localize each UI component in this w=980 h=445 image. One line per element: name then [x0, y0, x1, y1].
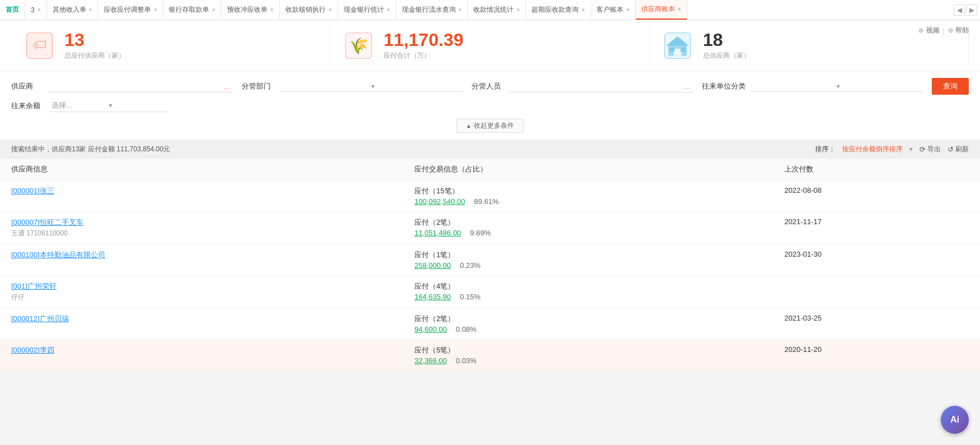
tx-info-cell: 应付（4笔）164,635.900.15% — [403, 276, 773, 308]
balance-select[interactable]: 选择... ▾ — [49, 99, 168, 112]
svg-rect-9 — [681, 48, 686, 52]
last-payment-cell: 2021-03-25 — [773, 308, 980, 340]
tx-amount[interactable]: 164,635.90 — [414, 293, 451, 301]
supplier-dots[interactable]: ... — [224, 82, 230, 91]
close-tab-3[interactable]: × — [38, 7, 41, 13]
close-tab-prepaid-ar[interactable]: × — [270, 7, 274, 13]
tx-label: 应付（1笔） — [414, 250, 762, 260]
filter-supplier: 供应商 ... — [11, 81, 233, 92]
filter-row-1: 供应商 ... 分管部门 ▾ 分管人员 ... 往来单位分类 ▾ — [11, 78, 969, 95]
collapse-label: 收起更多条件 — [474, 121, 514, 131]
supplier-input-wrap[interactable]: ... — [49, 81, 233, 92]
ap-amount-label: 应付合计（万） — [383, 51, 463, 61]
supplier-link[interactable]: [000007]恒旺二手叉车 — [11, 218, 84, 226]
collapse-button[interactable]: ▲ 收起更多条件 — [456, 119, 524, 133]
supplier-table-container: 供应商信息 应付交易信息（占比） 上次付数 [000001]张三应付（15笔）1… — [0, 159, 980, 371]
result-bar: 搜索结果中，供应商13家 应付金额 111,703,854.00元 排序： 按应… — [0, 140, 980, 159]
tx-amount[interactable]: 258,000.00 — [414, 261, 451, 270]
nav-tab-other-income[interactable]: 其他收入单 × — [47, 0, 99, 20]
nav-tab-cash-bank-flow[interactable]: 现金银行流水查询 × — [396, 0, 468, 20]
supplier-input[interactable] — [52, 82, 224, 90]
close-tab-cash-bank-flow[interactable]: × — [459, 7, 462, 13]
supplier-info-cell: [001]广州荣轩仔仔 — [0, 276, 403, 308]
col-tx-info: 应付交易信息（占比） — [403, 159, 773, 180]
export-icon: ⟳ — [919, 145, 926, 154]
supplier-icon: 🏷 — [22, 29, 56, 62]
nav-tab-ar-ap-adj[interactable]: 应收应付调整单 × — [98, 0, 163, 20]
supplier-link[interactable]: [000002]李四 — [11, 346, 54, 354]
person-input-wrap[interactable]: ... — [510, 81, 693, 92]
sort-select[interactable]: 按应付余额倒序排序 — [842, 145, 903, 154]
nav-tab-prepaid-ar[interactable]: 预收冲应收单 × — [221, 0, 280, 20]
close-tab-cash-bank-stat[interactable]: × — [387, 7, 390, 13]
close-tab-receipt-writeoff[interactable]: × — [329, 7, 332, 13]
close-tab-other-income[interactable]: × — [89, 7, 93, 13]
video-link[interactable]: ⊙ 视频 — [918, 26, 939, 35]
tx-amount[interactable]: 32,366.00 — [414, 356, 447, 365]
nav-tab-home[interactable]: 首页 — [0, 0, 25, 20]
nav-tab-cash-bank-stat[interactable]: 现金银行统计 × — [338, 0, 396, 20]
export-button[interactable]: ⟳ 导出 — [919, 145, 941, 154]
tx-label: 应付（5笔） — [414, 345, 762, 355]
nav-tab-receipt-writeoff[interactable]: 收款核销执行 × — [280, 0, 338, 20]
supplier-link[interactable]: [000012]广州贝瑞 — [11, 314, 69, 323]
last-payment-cell — [773, 276, 980, 308]
supplier-link[interactable]: [001]广州荣轩 — [11, 282, 57, 290]
nav-tab-supplier-ledger[interactable]: 供应商账本 × — [636, 0, 687, 20]
supplier-info-cell: [000007]恒旺二手叉车王通 17106110000 — [0, 212, 403, 244]
category-select[interactable]: ▾ — [750, 81, 923, 92]
tx-amount[interactable]: 100,092,540.00 — [414, 197, 465, 206]
filter-row-2: 往来余额 选择... ▾ — [11, 99, 969, 112]
filter-dept: 分管部门 ▾ — [242, 81, 463, 92]
nav-tab-3[interactable]: 3 × — [25, 0, 47, 20]
nav-tabs: 首页 3 × 其他收入单 × 应收应付调整单 × 银行存取款单 × 预收冲应收单… — [0, 0, 951, 20]
close-tab-supplier-ledger[interactable]: × — [678, 6, 681, 12]
svg-text:🌾: 🌾 — [349, 36, 368, 54]
tx-label: 应付（15笔） — [414, 186, 762, 196]
total-suppliers-number: 18 — [703, 31, 750, 49]
filter-area: 供应商 ... 分管部门 ▾ 分管人员 ... 往来单位分类 ▾ — [0, 71, 980, 140]
last-payment-cell: 2020-11-20 — [773, 340, 980, 371]
table-row: [000007]恒旺二手叉车王通 17106110000应付（2笔）11,051… — [0, 212, 980, 244]
person-input[interactable] — [512, 82, 684, 90]
close-tab-ar-ap-adj[interactable]: × — [154, 7, 157, 13]
tx-info-cell: 应付（1笔）258,000.000.23% — [403, 244, 773, 276]
stat-ap-suppliers-content: 13 总应付供应商（家） — [64, 31, 125, 61]
dept-label: 分管部门 — [242, 81, 275, 91]
export-label: 导出 — [927, 145, 941, 154]
person-dots[interactable]: ... — [684, 82, 691, 91]
query-button[interactable]: 查询 — [932, 78, 969, 95]
supplier-link[interactable]: [000100]本特勤油品有限公司 — [11, 251, 105, 259]
nav-tab-customer-ledger[interactable]: 客户账本 × — [591, 0, 636, 20]
tx-pct: 9.89% — [470, 229, 491, 237]
result-bar-right: 排序： 按应付余额倒序排序 ▾ ⟳ 导出 ↺ 刷新 — [815, 145, 969, 154]
grain-icon: 🌾 — [341, 29, 375, 62]
close-tab-bank-deposit[interactable]: × — [212, 7, 215, 13]
tx-label: 应付（2笔） — [414, 314, 762, 324]
tx-amount[interactable]: 11,051,486.00 — [414, 229, 461, 237]
tx-pct: 0.03% — [456, 356, 477, 365]
result-summary: 搜索结果中，供应商13家 应付金额 111,703,854.00元 — [11, 145, 170, 154]
dept-select[interactable]: ▾ — [280, 81, 463, 92]
nav-tab-overdue-ar[interactable]: 超期应收款查询 × — [526, 0, 591, 20]
nav-tab-receipt-stat[interactable]: 收款情况统计 × — [468, 0, 526, 20]
tx-amount[interactable]: 94,600.00 — [414, 325, 447, 333]
nav-tab-bank-deposit[interactable]: 银行存取款单 × — [163, 0, 221, 20]
close-tab-customer-ledger[interactable]: × — [626, 7, 630, 13]
tx-info-cell: 应付（5笔）32,366.000.03% — [403, 340, 773, 371]
close-tab-overdue-ar[interactable]: × — [581, 7, 585, 13]
collapse-arrow-icon: ▲ — [466, 123, 471, 129]
help-link[interactable]: ⊙ 帮助 — [948, 26, 969, 35]
tx-amount-row: 164,635.900.15% — [414, 293, 762, 301]
nav-arrow-left[interactable]: ◀ — [954, 4, 965, 16]
nav-arrow-right[interactable]: ▶ — [966, 4, 977, 16]
collapse-btn-area: ▲ 收起更多条件 — [11, 117, 969, 135]
table-body: [000001]张三应付（15笔）100,092,540.0089.61%202… — [0, 180, 980, 371]
category-chevron-icon: ▾ — [836, 82, 921, 90]
last-payment-cell: 2021-11-17 — [773, 212, 980, 244]
refresh-button[interactable]: ↺ 刷新 — [947, 145, 969, 154]
filter-person: 分管人员 ... — [471, 81, 693, 92]
close-tab-receipt-stat[interactable]: × — [516, 7, 520, 13]
supplier-link[interactable]: [000001]张三 — [11, 187, 54, 195]
tx-amount-row: 32,366.000.03% — [414, 356, 762, 365]
